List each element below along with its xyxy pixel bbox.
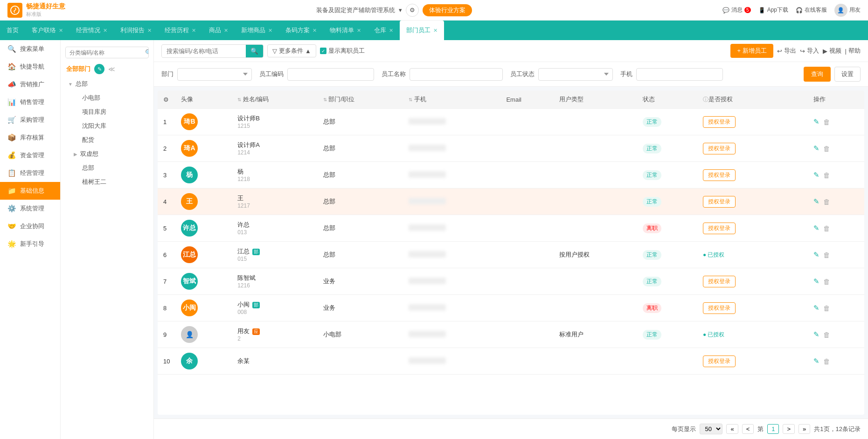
search-button[interactable]: 🔍 [246,45,263,57]
edit-button[interactable]: ✎ [813,144,819,153]
emp-code-input[interactable] [287,68,374,81]
edit-button[interactable]: ✎ [813,330,819,339]
row-actions: ✎ 🗑 [808,109,864,135]
nav-tab-商品[interactable]: 商品 ✕ [202,21,235,40]
auth-button[interactable]: 授权登录 [703,223,736,234]
row-user-type: 标准用户 [554,321,637,348]
dept-node-小电部[interactable]: 小电部 [61,91,153,105]
dept-search-input[interactable] [66,48,143,58]
app-download-button[interactable]: 📱 App下载 [758,6,788,14]
video-button[interactable]: ▶ 视频 [823,47,841,55]
sidebar-item-快捷导航[interactable]: 🏠快捷导航 [0,58,60,76]
prev-page-button[interactable]: < [742,424,754,434]
auth-button[interactable]: 授权登录 [703,169,736,181]
nav-tab-客户联络[interactable]: 客户联络 ✕ [25,21,69,40]
nav-tab-新增商品[interactable]: 新增商品 ✕ [235,21,279,40]
dept-collapse-button[interactable]: ≪ [108,65,115,73]
message-button[interactable]: 💬 消息 5 [722,6,751,14]
delete-button[interactable]: 🗑 [823,331,830,339]
auth-button[interactable]: 授权登录 [703,355,736,367]
nav-tab-经营情况[interactable]: 经营情况 ✕ [69,21,114,40]
dept-node-双虚想[interactable]: ▶双虚想 [61,147,153,161]
per-page-select[interactable]: 50 [700,424,722,434]
edit-button[interactable]: ✎ [813,197,819,206]
dept-node-植树王二[interactable]: 植树王二 [61,175,153,189]
auth-button[interactable]: 授权登录 [703,276,736,287]
row-name: 杨 1218 [232,162,318,188]
filter-search-button[interactable]: 查询 [804,67,831,82]
emp-status-select[interactable] [538,68,613,81]
auth-button[interactable]: 授权登录 [703,116,736,128]
trial-button[interactable]: 体验行业方案 [423,4,472,16]
dept-node-配货[interactable]: 配货 [61,133,153,147]
sidebar-item-经营管理[interactable]: 📋经营管理 [0,164,60,182]
dept-panel-header: 全部部门 ✎ ≪ [61,61,153,77]
delete-button[interactable]: 🗑 [823,278,830,286]
filter-reset-button[interactable]: 设置 [834,67,861,82]
toolbar: 🔍 ▽ 更多条件 ▲ ✓ 显示离职员工 + 新增员工 ↩ 导出 [154,40,868,62]
sidebar-item-采购管理[interactable]: 🛒采购管理 [0,111,60,129]
nav-tab-利润报告[interactable]: 利润报告 ✕ [114,21,158,40]
delete-button[interactable]: 🗑 [823,198,830,206]
more-conditions-button[interactable]: ▽ 更多条件 ▲ [267,44,316,57]
dept-node-总部[interactable]: 总部 [61,161,153,175]
edit-button[interactable]: ✎ [813,304,819,312]
row-name: 用友 应 2 [232,321,318,348]
user-menu[interactable]: 👤 用友 [834,4,861,17]
delete-button[interactable]: 🗑 [823,304,830,312]
auth-button[interactable]: 授权登录 [703,196,736,208]
delete-button[interactable]: 🗑 [823,224,830,232]
show-resigned-toggle[interactable]: ✓ 显示离职员工 [320,47,365,55]
delete-button[interactable]: 🗑 [823,251,830,259]
sidebar-item-销售管理[interactable]: 📊销售管理 [0,93,60,111]
sidebar-item-营销推广[interactable]: 📣营销推广 [0,76,60,93]
edit-button[interactable]: ✎ [813,251,819,259]
online-service-button[interactable]: 🎧 在线客服 [796,6,827,14]
dept-node-总部[interactable]: ▼总部 [61,77,153,91]
edit-button[interactable]: ✎ [813,118,819,126]
auth-button[interactable]: 授权登录 [703,143,736,154]
sidebar-item-资金管理[interactable]: 💰资金管理 [0,146,60,164]
dept-node-沈阳大库[interactable]: 沈阳大库 [61,119,153,133]
last-page-button[interactable]: » [799,424,810,434]
col-settings[interactable]: ⚙ [158,91,175,109]
delete-button[interactable]: 🗑 [823,145,830,153]
edit-button[interactable]: ✎ [813,224,819,232]
add-employee-button[interactable]: + 新增员工 [730,44,773,58]
more-button[interactable]: | 帮助 [845,47,861,55]
dept-node-项目库房[interactable]: 项目库房 [61,105,153,119]
sidebar-item-搜索菜单[interactable]: 🔍搜索菜单 [0,40,60,58]
sidebar-item-企业协同[interactable]: 🤝企业协同 [0,217,60,235]
sidebar-item-新手引导[interactable]: 🌟新手引导 [0,235,60,253]
nav-tab-仓库[interactable]: 仓库 ✕ [368,21,400,40]
next-page-button[interactable]: > [783,424,795,434]
edit-button[interactable]: ✎ [813,171,819,179]
sidebar-item-基础信息[interactable]: 📁基础信息 [0,182,60,200]
avatar: 智斌 [181,273,198,290]
delete-button[interactable]: 🗑 [823,118,830,126]
delete-button[interactable]: 🗑 [823,171,830,179]
row-email [500,135,554,162]
nav-tab-部门员工[interactable]: 部门员工 ✕ [400,21,444,40]
nav-tab-物料清单[interactable]: 物料清单 ✕ [323,21,368,40]
settings-button[interactable]: ⚙ [406,4,419,17]
delete-button[interactable]: 🗑 [823,357,830,365]
sidebar-item-系统管理[interactable]: ⚙️系统管理 [0,200,60,217]
export-button[interactable]: ↩ 导出 [777,47,796,55]
first-page-button[interactable]: « [726,424,738,434]
sidebar-item-库存核算[interactable]: 📦库存核算 [0,129,60,146]
dept-select[interactable] [177,68,252,81]
row-num: 4 [158,188,175,215]
nav-tab-条码方案[interactable]: 条码方案 ✕ [279,21,323,40]
emp-name-input[interactable] [410,68,503,81]
auth-button[interactable]: 授权登录 [703,302,736,314]
search-input[interactable] [162,45,246,57]
import-button[interactable]: ↪ 导入 [800,47,819,55]
phone-input[interactable] [636,68,723,81]
nav-tab-经营历程[interactable]: 经营历程 ✕ [158,21,202,40]
table-row: 3 杨 杨 1218 总部 正常 授权登录 ✎ 🗑 [158,162,864,188]
edit-button[interactable]: ✎ [813,277,819,286]
nav-tab-首页[interactable]: 首页 [0,21,25,40]
dept-edit-button[interactable]: ✎ [94,64,104,74]
edit-button[interactable]: ✎ [813,357,819,365]
